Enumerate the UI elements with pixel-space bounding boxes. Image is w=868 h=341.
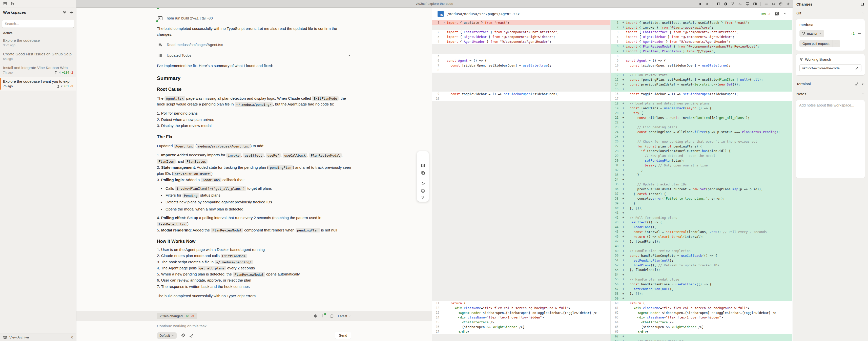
panel-right-icon[interactable] xyxy=(753,2,757,6)
tool-call-terminal[interactable]: npm run build 2>&1 | tail -80 xyxy=(157,15,351,22)
drag-handle-icon[interactable] xyxy=(421,153,425,157)
diff-split-view[interactable]: 1-import { useState } from "react";2impo… xyxy=(432,20,793,341)
inline-code: TaskDetail.tsx xyxy=(157,222,187,226)
terminal-icon[interactable] xyxy=(738,2,742,6)
context-asterisk-icon[interactable] xyxy=(313,314,317,318)
chevron-down-icon[interactable] xyxy=(347,53,351,57)
diff-line: 29+ // New plan detected - open the moda… xyxy=(611,153,792,158)
panel-right-icon[interactable] xyxy=(861,2,864,6)
search-input[interactable] xyxy=(2,20,74,28)
diff-new-column: 1+import { useState, useEffect, useRef, … xyxy=(611,20,792,341)
diff-line xyxy=(432,268,610,272)
chevron-down-icon xyxy=(348,315,351,317)
todos-checklist-icon[interactable] xyxy=(321,314,326,318)
workspace-title: Explore the codebase xyxy=(3,38,73,42)
diff-line: 45+ const interval = setInterval(loadPla… xyxy=(611,229,792,234)
diff-line: 53+ }, [loadPlans]); xyxy=(611,268,792,272)
diff-line: 42+ // Poll for pending plans xyxy=(611,215,792,220)
branch-selector[interactable]: master xyxy=(799,30,824,37)
diff-line: 59+ xyxy=(611,296,792,301)
feedback-megaphone-icon[interactable] xyxy=(772,2,775,6)
bullet-list-item: Calls invoke<PlanItem[]>('get_all_plans'… xyxy=(157,185,351,191)
help-icon[interactable] xyxy=(779,2,783,6)
notes-textarea[interactable]: Add notes about this workspace... xyxy=(796,100,865,178)
diff-line xyxy=(432,44,610,49)
expand-icon[interactable] xyxy=(855,82,859,86)
archive-box-icon[interactable] xyxy=(3,2,7,6)
assistant-paragraph: I've implemented the fix. Here's a summa… xyxy=(157,63,351,68)
inline-code: useEffect xyxy=(243,153,264,158)
tool-call-read[interactable]: Read medusa/src/pages/Agent.tsx xyxy=(157,41,351,48)
diff-viewer: TS /medusa/medusa/src/pages/Agent.tsx +5… xyxy=(432,8,793,341)
inline-code: loadPlans xyxy=(201,178,221,182)
diff-line xyxy=(432,196,610,201)
files-changed-pill[interactable]: 2 files changed +61 -3 xyxy=(157,313,197,319)
inline-code: Agent.tsx xyxy=(164,96,185,101)
git-branch-icon[interactable] xyxy=(731,2,735,6)
diff-line: 20+ try { xyxy=(611,111,792,115)
diff-line: 64 <ChatInterface /> xyxy=(611,320,792,324)
chat-scroll-area[interactable]: npm run build 2>&1 | tail -80 The build … xyxy=(76,8,432,311)
git-branch-icon[interactable] xyxy=(421,196,425,199)
tool-call-todos[interactable]: Updated Todos xyxy=(157,52,351,59)
numbered-list-item: 1. Poll for pending plans xyxy=(157,110,351,116)
diff-line: 8 xyxy=(432,68,610,72)
mode-dropdown[interactable]: Default xyxy=(157,332,177,339)
dictate-pen-icon[interactable] xyxy=(189,333,193,338)
numbered-list-item: 2. Detect when a new plan arrives xyxy=(157,117,351,123)
diff-line: 9 const toggleSidebar = () => setSidebar… xyxy=(432,92,610,96)
monitor-icon[interactable] xyxy=(746,2,750,6)
message-input[interactable]: Continue working on this task... xyxy=(157,324,351,328)
diff-line: 5 xyxy=(432,54,610,58)
working-branch-input[interactable]: vk/3ccf-explore-the-code xyxy=(799,64,861,72)
diff-line: 27+ for (const plan of pendingPlans) { xyxy=(611,144,792,149)
diff-line: 16 const toggleSidebar = () => setSideba… xyxy=(611,92,792,96)
workspace-item[interactable]: Install and integrate Vibe Kanban Web 7h… xyxy=(0,63,76,77)
settings-gear-icon[interactable] xyxy=(786,2,790,6)
chevron-down-icon xyxy=(862,93,864,95)
layers-icon[interactable] xyxy=(63,11,66,14)
add-workspace-icon[interactable] xyxy=(69,11,73,14)
view-archive-row[interactable]: View Archive 0 xyxy=(0,333,76,341)
diff-view-icon[interactable] xyxy=(775,12,779,16)
numbered-list-item: 3. Display the plan review modal xyxy=(157,123,351,129)
pause-icon[interactable] xyxy=(698,2,702,6)
repo-name: medusa xyxy=(799,23,861,27)
more-options-icon[interactable] xyxy=(858,32,861,35)
diff-line: 1+import { useState, useEffect, useRef, … xyxy=(611,20,792,25)
workspace-item[interactable]: Create Good First Issues on Github So p … xyxy=(0,50,76,63)
terminal-tool-icon xyxy=(158,16,163,21)
diff-line: 17 xyxy=(611,96,792,101)
notes-section-header[interactable]: Notes xyxy=(793,89,868,99)
terminal-section-header[interactable]: Terminal xyxy=(793,79,868,89)
open-pull-request-button[interactable]: Open pull request xyxy=(799,40,840,47)
agent-chat-panel: npm run build 2>&1 | tail -80 The build … xyxy=(76,8,432,341)
send-button[interactable]: Send xyxy=(335,332,351,339)
theme-contrast-icon[interactable] xyxy=(724,2,727,6)
copy-icon[interactable] xyxy=(421,171,425,175)
caret-right-icon[interactable] xyxy=(861,82,864,86)
diff-line: 2+import { invoke } from "@tauri-apps/ap… xyxy=(611,25,792,30)
diff-line: 28+ if (!previousPlanIdsRef.current.has(… xyxy=(611,149,792,154)
collapse-up-icon[interactable] xyxy=(705,2,709,6)
latest-dropdown[interactable]: Latest xyxy=(338,314,351,318)
collapse-file-chevron-icon[interactable] xyxy=(783,12,787,16)
diff-line xyxy=(432,244,610,248)
attach-paperclip-icon[interactable] xyxy=(181,333,185,338)
collapse-sidebar-icon[interactable] xyxy=(11,2,15,6)
diff-line xyxy=(432,182,610,187)
menu-icon[interactable] xyxy=(764,2,768,6)
workspace-title: Create Good First Issues on Github So p xyxy=(3,52,73,56)
diff-line: 6+import { PlanReviewModal } from "@/com… xyxy=(611,44,792,49)
git-section-header[interactable]: Git xyxy=(793,8,868,18)
run-play-icon[interactable] xyxy=(421,181,425,186)
panel-left-icon[interactable] xyxy=(716,2,720,6)
numbered-list-item: 3. The hook script creates a file in ~/.… xyxy=(157,259,351,265)
edit-pencil-icon[interactable] xyxy=(855,66,859,70)
window-title: vk/3ccf-explore-the-code xyxy=(76,2,793,6)
preview-monitor-icon[interactable] xyxy=(421,189,425,193)
diff-line xyxy=(432,211,610,215)
diff-view-icon[interactable] xyxy=(421,163,425,168)
workspace-item[interactable]: Explore the codebase 35m ago xyxy=(0,36,76,50)
workspace-item[interactable]: Explore the codebase I want you to exp 7… xyxy=(0,77,76,91)
